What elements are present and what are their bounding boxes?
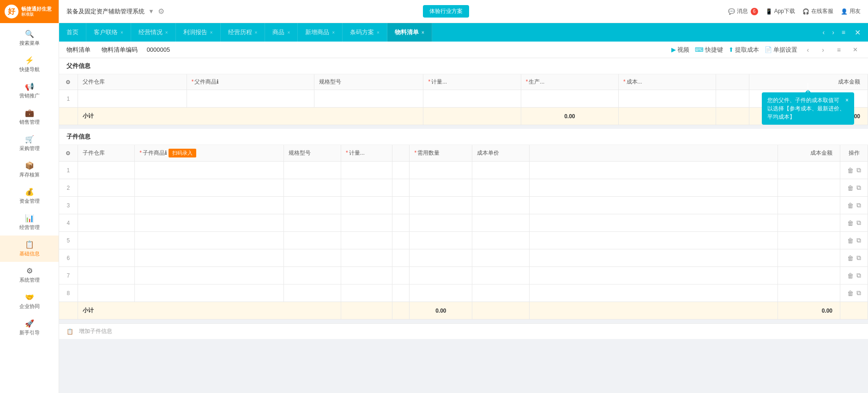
tab-barcode-close[interactable]: × (377, 30, 380, 35)
child-row-8-delete-btn[interactable]: 🗑 (847, 290, 854, 297)
tab-next-arrow[interactable]: › (828, 29, 838, 36)
child-row-2-copy-btn[interactable]: ⧉ (856, 184, 861, 192)
child-row-7-unit[interactable] (341, 267, 392, 284)
content-prev-arrow[interactable]: ‹ (803, 46, 813, 54)
child-row-5-goods[interactable] (135, 232, 284, 249)
child-row-4-unit-cost[interactable] (472, 214, 530, 232)
parent-row-1-spec[interactable] (314, 90, 423, 108)
parent-row-1-cost[interactable] (618, 90, 716, 108)
sidebar-item-collaboration[interactable]: 🤝 企业协同 (0, 288, 59, 314)
child-row-8-warehouse[interactable] (78, 284, 135, 302)
child-row-7-qty[interactable] (410, 267, 472, 284)
app-download-item[interactable]: 📱 App下载 (766, 7, 795, 15)
settings-dropdown-icon[interactable]: ▼ (148, 8, 154, 15)
tab-prev-arrow[interactable]: ‹ (819, 29, 828, 36)
extract-cost-tool[interactable]: ⬆ 提取成本 (729, 46, 759, 54)
child-row-4-spec[interactable] (284, 214, 341, 232)
shortcut-tool[interactable]: ⌨ 快捷键 (695, 46, 723, 54)
sidebar-item-inventory[interactable]: 📦 库存核算 (0, 157, 59, 183)
sidebar-item-finance[interactable]: 💰 资金管理 (0, 183, 59, 209)
tab-home[interactable]: 首页 (59, 23, 86, 42)
child-row-3-spec[interactable] (284, 197, 341, 214)
child-row-5-warehouse[interactable] (78, 232, 135, 249)
sidebar-item-purchase[interactable]: 🛒 采购管理 (0, 130, 59, 157)
child-row-3-warehouse[interactable] (78, 197, 135, 214)
tab-goods-close[interactable]: × (287, 30, 290, 35)
child-row-1-unit-cost[interactable] (472, 162, 530, 179)
child-row-8-qty[interactable] (410, 284, 472, 302)
child-row-8-copy-btn[interactable]: ⧉ (856, 289, 861, 297)
tab-operation-status[interactable]: 经营情况 × (131, 23, 176, 42)
sidebar-item-guide[interactable]: 🚀 新手引导 (0, 314, 59, 341)
child-row-8-spec[interactable] (284, 284, 341, 302)
child-row-6-copy-btn[interactable]: ⧉ (856, 254, 861, 262)
child-row-5-delete-btn[interactable]: 🗑 (847, 237, 854, 244)
child-row-3-unit-cost[interactable] (472, 197, 530, 214)
child-row-6-spec[interactable] (284, 249, 341, 267)
child-row-4-qty[interactable] (410, 214, 472, 232)
online-service-item[interactable]: 🎧 在线客服 (802, 7, 833, 15)
child-row-1-warehouse[interactable] (78, 162, 135, 179)
child-row-7-copy-btn[interactable]: ⧉ (856, 272, 861, 279)
child-row-2-unit-cost[interactable] (472, 179, 530, 197)
tab-new-goods[interactable]: 新增商品 × (298, 23, 343, 42)
tab-operation-history[interactable]: 经营历程 × (221, 23, 265, 42)
child-row-4-copy-btn[interactable]: ⧉ (856, 219, 861, 227)
sidebar-item-quick-nav[interactable]: ⚡ 快捷导航 (0, 51, 59, 78)
parent-row-1-produce[interactable] (521, 90, 618, 108)
page-close-button[interactable]: ✕ (850, 45, 861, 54)
sidebar-item-sales[interactable]: 💼 销售管理 (0, 104, 59, 130)
single-settings-tool[interactable]: 📄 单据设置 (765, 46, 797, 54)
tab-customer[interactable]: 客户联络 × (86, 23, 131, 42)
child-row-7-warehouse[interactable] (78, 267, 135, 284)
child-row-8-goods[interactable] (135, 284, 284, 302)
child-row-6-goods[interactable] (135, 249, 284, 267)
sidebar-item-operation[interactable]: 📊 经营管理 (0, 209, 59, 236)
tab-goods[interactable]: 商品 × (265, 23, 298, 42)
child-row-6-delete-btn[interactable]: 🗑 (847, 254, 854, 262)
child-row-1-copy-btn[interactable]: ⧉ (856, 166, 861, 174)
child-row-7-delete-btn[interactable]: 🗑 (847, 272, 854, 279)
child-row-2-qty[interactable] (410, 179, 472, 197)
tooltip-close-button[interactable]: × (845, 96, 849, 104)
child-row-8-unit[interactable] (341, 284, 392, 302)
child-row-5-spec[interactable] (284, 232, 341, 249)
child-row-5-copy-btn[interactable]: ⧉ (856, 236, 861, 244)
child-row-3-copy-btn[interactable]: ⧉ (856, 201, 861, 209)
parent-row-1-warehouse[interactable] (78, 90, 187, 108)
child-row-3-qty[interactable] (410, 197, 472, 214)
child-row-2-delete-btn[interactable]: 🗑 (847, 184, 854, 192)
child-row-2-warehouse[interactable] (78, 179, 135, 197)
child-row-5-unit-cost[interactable] (472, 232, 530, 249)
child-row-7-goods[interactable] (135, 267, 284, 284)
child-row-1-goods[interactable] (135, 162, 284, 179)
tab-bom[interactable]: 物料清单 × (387, 23, 432, 42)
child-row-1-delete-btn[interactable]: 🗑 (847, 167, 854, 174)
tab-bom-close[interactable]: × (422, 30, 424, 35)
child-row-2-goods[interactable] (135, 179, 284, 197)
sidebar-item-system[interactable]: ⚙ 系统管理 (0, 262, 59, 288)
child-row-3-unit[interactable] (341, 197, 392, 214)
child-row-2-spec[interactable] (284, 179, 341, 197)
tab-operation-history-close[interactable]: × (255, 30, 258, 35)
tab-operation-status-close[interactable]: × (165, 30, 168, 35)
child-row-4-goods[interactable] (135, 214, 284, 232)
content-menu-icon[interactable]: ≡ (833, 46, 844, 54)
child-row-4-warehouse[interactable] (78, 214, 135, 232)
message-item[interactable]: 💬 消息 6 (728, 7, 758, 15)
child-row-7-spec[interactable] (284, 267, 341, 284)
content-next-arrow[interactable]: › (818, 46, 828, 54)
sidebar-item-search[interactable]: 🔍 搜索菜单 (0, 25, 59, 51)
scan-input-button[interactable]: 扫码录入 (169, 149, 196, 157)
child-row-1-spec[interactable] (284, 162, 341, 179)
gear-icon[interactable]: ⚙ (158, 7, 164, 16)
child-row-7-unit-cost[interactable] (472, 267, 530, 284)
child-row-6-unit[interactable] (341, 249, 392, 267)
child-row-1-unit[interactable] (341, 162, 392, 179)
child-row-3-delete-btn[interactable]: 🗑 (847, 202, 854, 209)
sidebar-item-basic-info[interactable]: 📋 基础信息 (0, 236, 59, 262)
tab-new-goods-close[interactable]: × (332, 30, 335, 35)
child-row-2-unit[interactable] (341, 179, 392, 197)
tab-profit-close[interactable]: × (210, 30, 213, 35)
child-row-5-unit[interactable] (341, 232, 392, 249)
